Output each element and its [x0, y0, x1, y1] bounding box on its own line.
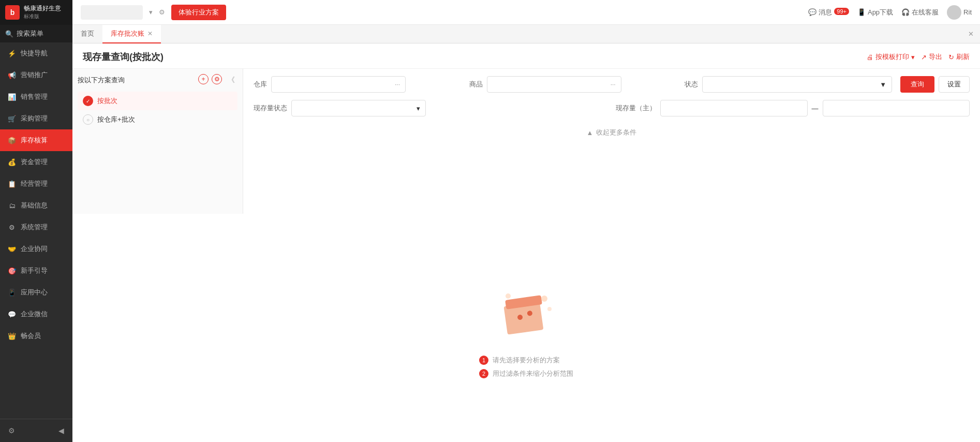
filter-area: 按以下方案查询 + ⚙ 《 ✓ 按批次 ○ 按仓库+批次	[72, 69, 980, 214]
plan-item-by-warehouse-batch[interactable]: ○ 按仓库+批次	[78, 110, 237, 129]
online-service-label: 在线客服	[912, 8, 939, 17]
messages-icon-btn[interactable]: 💬 消息 99+	[808, 8, 849, 17]
sidebar-item-label: 企业微信	[21, 310, 48, 319]
tabbar: 首页 库存批次账 ✕ ✕	[72, 25, 980, 43]
sidebar-item-finance[interactable]: 💰 资金管理	[0, 151, 72, 173]
filter-row-2: 现存量状态 ▾ 现存量（主） —	[254, 100, 970, 116]
empty-box-svg	[498, 283, 555, 340]
app-info: 畅康通好生意 标准版	[24, 5, 61, 20]
print-btn[interactable]: 🖨 按模板打印 ▾	[867, 52, 915, 62]
stock-status-label: 现存量状态	[254, 104, 287, 113]
filter-plan-icons: + ⚙ 《	[198, 74, 237, 86]
plan-collapse-btn[interactable]: 《	[225, 74, 237, 86]
online-service-btn[interactable]: 🎧 在线客服	[901, 8, 939, 17]
stock-status-dropdown-icon: ▾	[417, 105, 420, 112]
add-plan-btn[interactable]: +	[198, 74, 209, 84]
sidebar-item-apps[interactable]: 📱 应用中心	[0, 282, 72, 303]
sidebar-item-operations[interactable]: 📋 经营管理	[0, 173, 72, 195]
sales-icon: 📊	[7, 92, 17, 101]
tab-home[interactable]: 首页	[72, 25, 102, 43]
stock-qty-filter: 现存量（主） —	[616, 100, 970, 116]
warehouse-input[interactable]: ···	[271, 76, 406, 93]
topbar-dropdown-icon[interactable]: ▾	[149, 8, 153, 16]
stock-qty-max-input[interactable]	[823, 100, 970, 116]
hint-1: 1 请先选择要分析的方案	[479, 356, 573, 365]
svg-point-5	[547, 307, 552, 311]
user-profile-btn[interactable]: Rit	[947, 5, 972, 20]
product-more-btn[interactable]: ···	[611, 81, 616, 88]
collapse-label: 收起更多条件	[596, 128, 636, 137]
newbie-icon: 🎯	[7, 266, 17, 275]
sidebar-item-label: 营销推广	[21, 70, 48, 80]
topbar-left: ▾ ⚙ 体验行业方案	[81, 5, 226, 20]
message-icon: 💬	[808, 8, 816, 16]
sidebar-item-label: 新手引导	[21, 266, 48, 275]
settings-button[interactable]: ⚙	[5, 424, 18, 437]
warehouse-more-btn[interactable]: ···	[395, 81, 400, 88]
sidebar-nav: ⚡ 快捷导航 📢 营销推广 📊 销售管理 🛒 采购管理 📦 库存核算 💰 资金管…	[0, 42, 72, 419]
sidebar-header: b 畅康通好生意 标准版	[0, 0, 72, 25]
export-icon: ↗	[921, 53, 927, 61]
product-label: 商品	[469, 80, 483, 89]
sidebar-search[interactable]: 🔍 搜索菜单	[0, 25, 72, 42]
status-filter: 状态 ▼	[685, 76, 892, 93]
tab-inventory-batch[interactable]: 库存批次账 ✕	[102, 25, 161, 43]
plan-settings-btn[interactable]: ⚙	[212, 74, 222, 84]
collapse-filters-btn[interactable]: ▲ 收起更多条件	[254, 124, 970, 141]
app-edition: 标准版	[24, 13, 61, 20]
sidebar-item-label: 经营管理	[21, 179, 48, 188]
sidebar-item-purchase[interactable]: 🛒 采购管理	[0, 108, 72, 129]
close-panel-btn[interactable]: ✕	[962, 30, 980, 38]
sidebar-item-quick-nav[interactable]: ⚡ 快捷导航	[0, 42, 72, 64]
collapse-sidebar-button[interactable]: ◀	[55, 424, 67, 437]
status-label: 状态	[685, 80, 698, 89]
sidebar-item-label: 快捷导航	[21, 49, 48, 58]
sidebar-item-wechat[interactable]: 💬 企业微信	[0, 303, 72, 325]
export-label: 导出	[929, 52, 942, 62]
filter-action-btns: 查询 设置	[900, 76, 970, 93]
stock-qty-min-input[interactable]	[660, 100, 808, 116]
operations-icon: 📋	[7, 179, 17, 188]
sidebar-item-marketing[interactable]: 📢 营销推广	[0, 64, 72, 86]
warehouse-label: 仓库	[254, 80, 267, 89]
app-download-btn[interactable]: 📱 App下载	[857, 8, 893, 17]
refresh-btn[interactable]: ↻ 刷新	[948, 52, 970, 62]
tab-close-icon[interactable]: ✕	[147, 30, 153, 37]
empty-state: 1 请先选择要分析的方案 2 用过滤条件来缩小分析范围	[72, 214, 980, 442]
topbar-search-input[interactable]	[81, 5, 143, 20]
page-actions: 🖨 按模板打印 ▾ ↗ 导出 ↻ 刷新	[867, 52, 970, 62]
system-icon: ⚙	[7, 223, 17, 232]
sidebar-item-label: 库存核算	[21, 136, 48, 145]
sidebar-item-basic[interactable]: 🗂 基础信息	[0, 195, 72, 216]
sidebar-item-label: 采购管理	[21, 114, 48, 123]
status-select[interactable]: ▼	[702, 76, 892, 93]
hint-num-1: 1	[479, 356, 488, 365]
sidebar-item-label: 畅会员	[21, 331, 41, 341]
product-input[interactable]: ···	[487, 76, 621, 93]
sidebar-item-newbie[interactable]: 🎯 新手引导	[0, 260, 72, 282]
page-title: 现存量查询(按批次)	[83, 51, 164, 63]
sidebar-item-system[interactable]: ⚙ 系统管理	[0, 216, 72, 238]
sidebar-item-inventory[interactable]: 📦 库存核算	[0, 129, 72, 151]
main-content: ▾ ⚙ 体验行业方案 💬 消息 99+ 📱 App下载 🎧 在线客服 Rit	[72, 0, 980, 442]
sidebar-item-sales[interactable]: 📊 销售管理	[0, 86, 72, 108]
apps-icon: 📱	[7, 288, 17, 297]
user-name: Rit	[963, 8, 972, 16]
topbar-gear-icon[interactable]: ⚙	[159, 8, 165, 16]
stock-status-select[interactable]: ▾	[291, 100, 426, 116]
sidebar-item-enterprise[interactable]: 🤝 企业协同	[0, 238, 72, 260]
plan-item-by-batch[interactable]: ✓ 按批次	[78, 92, 237, 110]
settings-btn[interactable]: 设置	[939, 76, 970, 93]
printer-icon: 🖨	[867, 53, 873, 61]
sidebar-item-member[interactable]: 👑 畅会员	[0, 325, 72, 347]
sidebar-footer: ⚙ ◀	[0, 419, 72, 442]
experience-btn[interactable]: 体验行业方案	[171, 5, 226, 20]
app-download-label: App下载	[868, 8, 893, 17]
product-filter: 商品 ···	[469, 76, 677, 93]
query-btn[interactable]: 查询	[900, 76, 934, 93]
headset-icon: 🎧	[901, 8, 910, 16]
plan-inactive-icon: ○	[83, 114, 93, 125]
refresh-icon: ↻	[948, 53, 954, 61]
export-btn[interactable]: ↗ 导出	[921, 52, 942, 62]
collapse-chevron-icon: ▲	[587, 129, 593, 137]
